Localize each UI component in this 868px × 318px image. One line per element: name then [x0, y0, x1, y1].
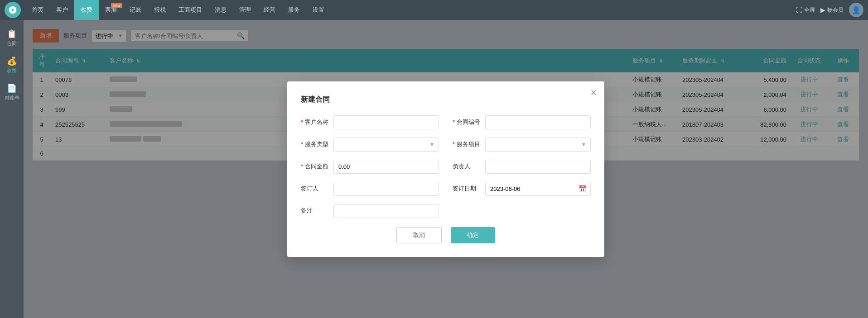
amount-input[interactable] [333, 160, 439, 174]
member-icon: ▶ [820, 6, 825, 14]
nav-items: 首页 客户 收费 票据 new 记账 报税 工商项目 消息 管理 经营 [25, 0, 796, 20]
nav-item-tax[interactable]: 报税 [148, 0, 172, 20]
remark-label: 备注 [301, 207, 330, 215]
fullscreen-icon: ⛶ [796, 6, 802, 14]
form-group-amount: * 合同金额 [301, 160, 439, 174]
form-group-responsible: 负责人 [453, 160, 591, 174]
calendar-icon[interactable]: 📅 [579, 185, 586, 192]
nav-item-manage[interactable]: 管理 [233, 0, 257, 20]
service-type-select[interactable] [333, 138, 439, 152]
top-nav: 首页 客户 收费 票据 new 记账 报税 工商项目 消息 管理 经营 [0, 0, 868, 20]
form-group-signer: 签订人 [301, 182, 439, 196]
nav-item-message[interactable]: 消息 [208, 0, 233, 20]
modal-close-button[interactable]: ✕ [590, 88, 597, 98]
responsible-input[interactable] [485, 160, 591, 174]
sidebar-item-reconcile[interactable]: 📄 对账单 [0, 79, 24, 106]
confirm-button[interactable]: 确定 [451, 227, 495, 243]
form-group-sign-date: 签订日期 📅 [453, 182, 591, 196]
nav-item-fee[interactable]: 收费 [74, 0, 99, 20]
nav-item-customer[interactable]: 客户 [50, 0, 74, 20]
logo[interactable] [5, 2, 21, 18]
avatar-icon: 👤 [852, 6, 861, 14]
member-button[interactable]: ▶ 畅会员 [820, 6, 844, 14]
modal-footer: 取消 确定 [301, 227, 591, 243]
avatar[interactable]: 👤 [849, 3, 863, 17]
form-row-4: 签订人 签订日期 📅 [301, 182, 591, 196]
cancel-button[interactable]: 取消 [396, 227, 442, 243]
service-item-label: * 服务项目 [453, 140, 482, 148]
main-layout: 📋 合同 💰 收费 📄 对账单 新增 服务项目 进行中 ▼ 🔍 [0, 20, 868, 318]
contract-icon: 📋 [7, 29, 17, 39]
modal-title: 新建合同 [301, 95, 591, 104]
remark-input[interactable] [333, 204, 439, 218]
new-badge: new [111, 3, 122, 8]
form-row-2: * 服务类型 ▼ * 服务项目 [301, 138, 591, 152]
contract-no-input[interactable] [485, 115, 591, 129]
nav-item-settings[interactable]: 设置 [306, 0, 331, 20]
modal: 新建合同 ✕ * 客户名称 * 合同编号 [287, 81, 604, 257]
nav-item-invoice[interactable]: 票据 new [99, 0, 123, 20]
sidebar-item-contract[interactable]: 📋 合同 [0, 24, 24, 52]
sidebar-item-fee[interactable]: 💰 收费 [0, 52, 24, 79]
modal-overlay[interactable]: 新建合同 ✕ * 客户名称 * 合同编号 [24, 20, 868, 318]
form-row-1: * 客户名称 * 合同编号 [301, 115, 591, 129]
nav-item-bookkeeping[interactable]: 记账 [123, 0, 148, 20]
service-type-select-wrapper: ▼ [333, 138, 439, 152]
nav-right: ⛶ 全屏 ▶ 畅会员 👤 [796, 3, 863, 17]
service-type-label: * 服务类型 [301, 140, 330, 148]
reconcile-icon: 📄 [7, 83, 17, 93]
sidebar: 📋 合同 💰 收费 📄 对账单 [0, 20, 24, 318]
fee-icon: 💰 [7, 56, 17, 66]
logo-icon [8, 5, 17, 14]
form-row-5: 备注 [301, 204, 591, 218]
form-row-3: * 合同金额 负责人 [301, 160, 591, 174]
sign-date-label: 签订日期 [453, 185, 482, 193]
sign-date-input[interactable] [485, 182, 591, 196]
fullscreen-button[interactable]: ⛶ 全屏 [796, 6, 815, 14]
form-group-customer: * 客户名称 [301, 115, 439, 129]
service-item-select-wrapper: ▼ [485, 138, 591, 152]
nav-item-operation[interactable]: 经营 [257, 0, 282, 20]
content-area: 新增 服务项目 进行中 ▼ 🔍 序号 合同编号 [24, 20, 868, 318]
responsible-label: 负责人 [453, 162, 482, 171]
sign-date-wrapper: 📅 [485, 182, 591, 196]
signer-input[interactable] [333, 182, 439, 196]
service-item-select[interactable] [485, 138, 591, 152]
form-group-service-item: * 服务项目 ▼ [453, 138, 591, 152]
form-group-service-type: * 服务类型 ▼ [301, 138, 439, 152]
form-group-contract-no: * 合同编号 [453, 115, 591, 129]
nav-item-home[interactable]: 首页 [25, 0, 50, 20]
signer-label: 签订人 [301, 185, 330, 193]
form-group-placeholder [453, 204, 591, 218]
nav-item-service[interactable]: 服务 [282, 0, 306, 20]
nav-item-commerce[interactable]: 工商项目 [172, 0, 208, 20]
customer-name-label: * 客户名称 [301, 118, 330, 126]
contract-no-label: * 合同编号 [453, 118, 482, 126]
customer-name-input[interactable] [333, 115, 439, 129]
amount-label: * 合同金额 [301, 162, 330, 171]
form-group-remark: 备注 [301, 204, 439, 218]
